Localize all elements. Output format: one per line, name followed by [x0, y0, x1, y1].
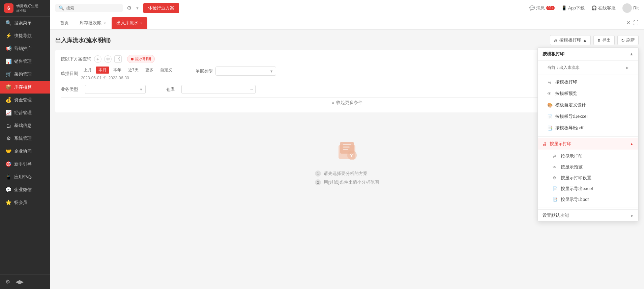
- refresh-icon: ↻: [621, 38, 625, 43]
- sidebar-item-basic-info[interactable]: 🗂基础信息: [0, 119, 50, 132]
- search-input[interactable]: [66, 6, 113, 10]
- divider3: [538, 208, 638, 208]
- settings-icon[interactable]: ⚙: [5, 279, 10, 285]
- sidebar-item-purchase[interactable]: 🛒采购管理: [0, 68, 50, 81]
- sidebar-item-finance[interactable]: 💰资金管理: [0, 94, 50, 106]
- tab-home[interactable]: 首页: [55, 17, 74, 29]
- sidebar-item-search[interactable]: 🔍搜索菜单: [0, 17, 50, 29]
- header-search-bar[interactable]: 🔍: [55, 4, 123, 12]
- collapse-arrow-icon: ∧: [331, 100, 335, 105]
- display-print-setting-sub-icon: ⚙: [553, 176, 558, 180]
- filter-gear-button[interactable]: ⚙: [104, 55, 112, 63]
- header-right: 💬 消息 99+ 📱 App下载 🎧 在线客服 Rit: [529, 3, 639, 13]
- filter-tag[interactable]: 流水明细: [127, 55, 155, 63]
- sidebar-item-app-center[interactable]: 📱应用中心: [0, 170, 50, 183]
- sales-icon: 📊: [5, 58, 11, 64]
- date-quick-buttons: 上月本月本年近7天更多自定义: [81, 67, 175, 74]
- membership-icon: ⭐: [5, 200, 11, 206]
- sidebar-item-sales[interactable]: 📊销售管理: [0, 55, 50, 68]
- filter-add-button[interactable]: +: [94, 55, 101, 63]
- svg-rect-2: [343, 144, 351, 145]
- header-dropdown-arrow[interactable]: ▼: [136, 6, 139, 10]
- dp-item-template-custom[interactable]: 🎨模板自定义设计: [538, 99, 638, 111]
- warehouse-input[interactable]: [181, 85, 256, 94]
- dropdown-current[interactable]: 当前：出入库流水 ▶: [538, 62, 638, 73]
- dp-sub-item-display-print-setting[interactable]: ⚙按显示打印设置: [538, 173, 638, 183]
- sidebar-item-inventory[interactable]: 📦库存核算: [0, 81, 50, 94]
- dp-sub-item-display-print[interactable]: 🖨按显示打印: [538, 151, 638, 162]
- search-icon: 🔍: [59, 5, 64, 10]
- header-gear-icon[interactable]: ⚙: [127, 5, 131, 11]
- tab-close-batch-account[interactable]: ×: [104, 21, 106, 25]
- message-button[interactable]: 💬 消息 99+: [529, 5, 555, 11]
- sidebar-item-membership[interactable]: ⭐畅会员: [0, 196, 50, 209]
- template-print-button[interactable]: 🖨 按模板打印 ▲: [550, 35, 591, 45]
- sidebar-label-marketing: 营销推广: [14, 46, 32, 52]
- close-window-icon[interactable]: ✕: [626, 20, 631, 26]
- dp-sub-item-display-preview[interactable]: 👁按显示预览: [538, 162, 638, 173]
- phone-icon: 📱: [561, 5, 567, 10]
- date-btn-本年[interactable]: 本年: [111, 67, 124, 74]
- trial-button[interactable]: 体验行业方案: [143, 3, 179, 13]
- tab-inventory-flow[interactable]: 出入库流水×: [112, 17, 147, 29]
- dropdown-close-icon[interactable]: ▲: [630, 52, 634, 56]
- logo-text: 畅捷通好生意 标准版: [16, 3, 38, 12]
- date-btn-近7天[interactable]: 近7天: [125, 67, 141, 74]
- date-btn-本月[interactable]: 本月: [96, 67, 109, 74]
- dropdown-footer[interactable]: 设置默认功能 ▶: [538, 209, 638, 221]
- sidebar-item-marketing[interactable]: 📢营销推广: [0, 42, 50, 55]
- date-filter-field: 单据日期 上月本月本年近7天更多自定义 2023-06-01 至 2023-06…: [61, 67, 175, 81]
- date-btn-更多[interactable]: 更多: [143, 67, 156, 74]
- sidebar-item-quick-nav[interactable]: ⚡快捷导航: [0, 29, 50, 42]
- collapse-icon[interactable]: ◀▶: [16, 279, 24, 285]
- app-center-icon: 📱: [5, 174, 11, 180]
- tab-batch-account[interactable]: 库存批次账×: [75, 17, 110, 29]
- export-button[interactable]: ⬆ 导出: [593, 35, 615, 45]
- sidebar-label-wechat: 企业微信: [14, 187, 32, 193]
- app-download-button[interactable]: 📱 App下载: [561, 5, 585, 11]
- dp-sub-label-display-preview: 按显示预览: [561, 164, 583, 170]
- sidebar-item-system[interactable]: ⚙系统管理: [0, 132, 50, 145]
- filter-collapse-button[interactable]: 《: [114, 55, 122, 63]
- print-icon: 🖨: [554, 38, 558, 43]
- date-btn-上月[interactable]: 上月: [81, 67, 94, 74]
- display-export-pdf-sub-icon: 📑: [553, 197, 558, 202]
- sidebar-item-operations[interactable]: 📈经营管理: [0, 106, 50, 119]
- template-export-excel-icon: 📄: [547, 114, 553, 119]
- dp-sub-item-display-export-pdf[interactable]: 📑按显示导出pdf: [538, 194, 638, 205]
- window-controls: ✕ ⛶: [626, 20, 639, 26]
- dp-item-label-template-print: 按模板打印: [555, 79, 577, 85]
- date-btn-自定义[interactable]: 自定义: [157, 67, 175, 74]
- dp-item-template-print[interactable]: 🖨按模板打印: [538, 76, 638, 88]
- sidebar-item-guide[interactable]: 🎯新手引导: [0, 158, 50, 170]
- date-to[interactable]: 2023-06-30: [108, 76, 129, 80]
- page-top-actions: 🖨 按模板打印 ▲ ⬆ 导出 ↻ 刷新: [550, 35, 639, 45]
- business-type-select[interactable]: [85, 85, 146, 94]
- date-separator: 至: [103, 75, 107, 81]
- dp-item-template-preview[interactable]: 👁按模板预览: [538, 88, 638, 99]
- user-avatar-button[interactable]: Rit: [622, 3, 639, 13]
- tag-dot: [131, 58, 134, 60]
- sidebar-item-wechat[interactable]: 💬企业微信: [0, 183, 50, 196]
- message-badge: 99+: [546, 6, 555, 10]
- dp-sub-item-display-export-excel[interactable]: 📄按显示导出excel: [538, 183, 638, 194]
- warehouse-select-wrapper: ···: [181, 85, 256, 94]
- section2-header[interactable]: 🖨 按显示打印 ▲: [538, 138, 638, 150]
- date-range-selector: 上月本月本年近7天更多自定义 2023-06-01 至 2023-06-30: [81, 67, 175, 81]
- date-from[interactable]: 2023-06-01: [81, 76, 101, 80]
- refresh-button[interactable]: ↻ 刷新: [617, 35, 639, 45]
- document-type-select[interactable]: [215, 67, 276, 76]
- expand-window-icon[interactable]: ⛶: [633, 20, 639, 26]
- dp-item-template-export-pdf[interactable]: 📑按模板导出pdf: [538, 122, 638, 134]
- inventory-icon: 📦: [5, 84, 11, 90]
- tab-close-inventory-flow[interactable]: ×: [140, 21, 142, 25]
- empty-step1: 1 请先选择要分析的方案: [315, 169, 379, 178]
- sidebar-item-enterprise[interactable]: 🤝企业协同: [0, 145, 50, 158]
- dp-sub-label-display-print: 按显示打印: [561, 153, 583, 159]
- logo-icon: 6: [4, 3, 13, 13]
- online-service-button[interactable]: 🎧 在线客服: [591, 5, 616, 11]
- template-custom-icon: 🎨: [547, 103, 553, 108]
- dropdown-section1: 当前：出入库流水 ▶ 🖨按模板打印👁按模板预览🎨模板自定义设计📄按模板导出exc…: [538, 61, 638, 135]
- dp-item-label-template-export-excel: 按模板导出excel: [555, 113, 587, 120]
- dp-item-template-export-excel[interactable]: 📄按模板导出excel: [538, 111, 638, 122]
